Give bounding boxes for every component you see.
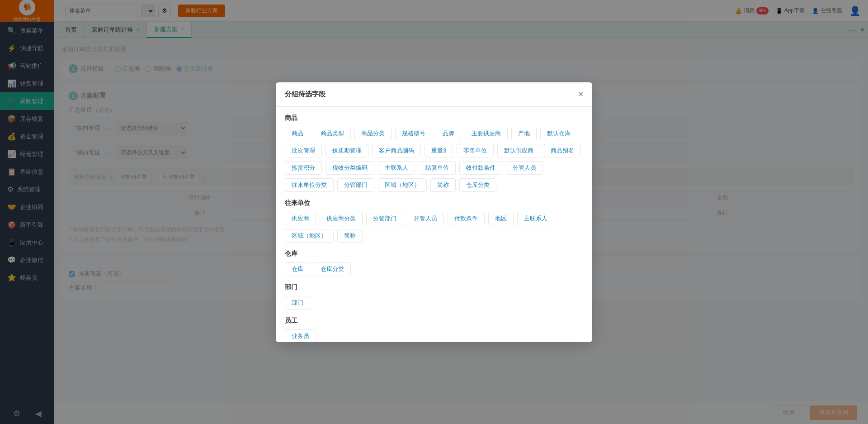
field-chip[interactable]: 保质期管理 [326,144,368,157]
modal-fields-dept: 部门 [285,296,583,310]
modal-section-title-staff: 员工 [285,317,583,325]
field-chip[interactable]: 分管部门 [337,178,374,192]
field-chip[interactable]: 零售单位 [457,144,494,157]
field-chip[interactable]: 简称 [337,229,363,243]
modal-section-warehouse: 仓库仓库仓库分类 [285,250,583,276]
field-chip[interactable]: 部门 [285,296,310,310]
field-chip[interactable]: 仓库分类 [314,262,351,276]
field-chip[interactable]: 税收分类编码 [326,161,374,175]
field-chip[interactable]: 主联系人 [517,212,554,225]
field-chip[interactable]: 规格型号 [395,127,432,140]
modal-section-contacts: 往来单位供应商供应商分类分管部门分管人员付款条件地区主联系人区域（地区）简称 [285,199,583,243]
modal-title: 分组待选字段 [285,90,326,99]
modal-section-goods: 商品商品商品类型商品分类规格型号品牌主要供应商产地默认仓库批次管理保质期管理客户… [285,114,583,192]
modal-fields-warehouse: 仓库仓库分类 [285,262,583,276]
modal-header: 分组待选字段 × [276,82,592,107]
field-chip[interactable]: 默认供应商 [497,144,540,157]
modal-section-staff: 员工业务员 [285,317,583,342]
field-chip[interactable]: 分管人员 [506,161,543,175]
field-chip[interactable]: 收付款条件 [459,161,502,175]
modal-fields-goods: 商品商品类型商品分类规格型号品牌主要供应商产地默认仓库批次管理保质期管理客户商品… [285,127,583,192]
field-chip[interactable]: 仓库 [285,262,310,276]
modal-fields-contacts: 供应商供应商分类分管部门分管人员付款条件地区主联系人区域（地区）简称 [285,212,583,243]
field-chip[interactable]: 供应商 [285,212,316,225]
field-chip[interactable]: 付款条件 [448,212,485,225]
field-chip[interactable]: 简称 [430,178,456,192]
modal-content-area: 商品商品商品类型商品分类规格型号品牌主要供应商产地默认仓库批次管理保质期管理客户… [276,107,592,342]
field-chip[interactable]: 区域（地区） [378,178,427,192]
field-chip[interactable]: 批次管理 [285,144,322,157]
modal-section-title-dept: 部门 [285,283,583,291]
modal-dialog: 分组待选字段 × 商品商品商品类型商品分类规格型号品牌主要供应商产地默认仓库批次… [276,82,592,342]
field-chip[interactable]: 商品分类 [354,127,392,140]
field-chip[interactable]: 拣货积分 [285,161,322,175]
field-chip[interactable]: 主联系人 [378,161,415,175]
modal-close-button[interactable]: × [578,90,583,99]
field-chip[interactable]: 分管人员 [407,212,444,225]
field-chip[interactable]: 仓库分类 [459,178,496,192]
modal-section-title-goods: 商品 [285,114,583,122]
field-chip[interactable]: 地区 [488,212,514,225]
field-chip[interactable]: 业务员 [285,329,316,342]
field-chip[interactable]: 往来单位分类 [285,178,334,192]
field-chip[interactable]: 供应商分类 [320,212,363,225]
field-chip[interactable]: 商品 [285,127,310,140]
modal-body-wrapper: 商品商品商品类型商品分类规格型号品牌主要供应商产地默认仓库批次管理保质期管理客户… [276,107,592,342]
field-chip[interactable]: 分管部门 [366,212,403,225]
field-chip[interactable]: 客户商品编码 [372,144,421,157]
field-chip[interactable]: 默认仓库 [540,127,577,140]
field-chip[interactable]: 品牌 [436,127,461,140]
modal-section-title-warehouse: 仓库 [285,250,583,258]
modal-section-dept: 部门部门 [285,283,583,310]
modal-overlay: 分组待选字段 × 商品商品商品类型商品分类规格型号品牌主要供应商产地默认仓库批次… [0,0,868,424]
field-chip[interactable]: 重量3 [425,144,453,157]
field-chip[interactable]: 商品类型 [314,127,351,140]
field-chip[interactable]: 主要供应商 [465,127,508,140]
field-chip[interactable]: 产地 [511,127,537,140]
field-chip[interactable]: 商品别名 [544,144,581,157]
field-chip[interactable]: 区域（地区） [285,229,334,243]
modal-fields-staff: 业务员 [285,329,583,342]
field-chip[interactable]: 结算单位 [419,161,456,175]
modal-section-title-contacts: 往来单位 [285,199,583,207]
